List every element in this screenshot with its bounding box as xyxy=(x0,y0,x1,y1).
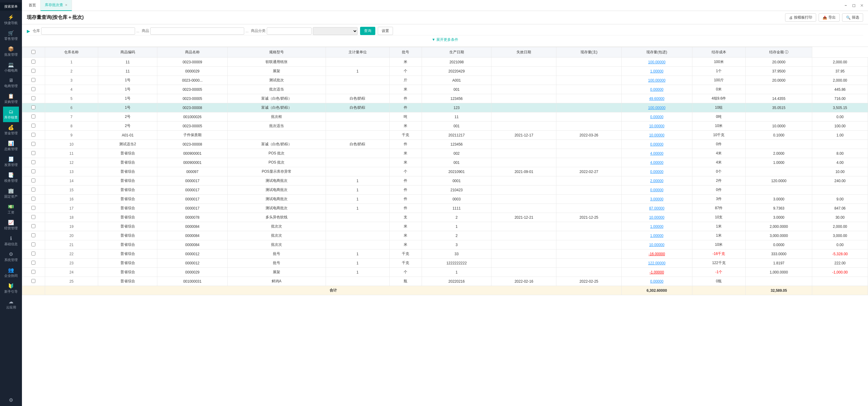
sidebar-item-retail[interactable]: 🛒零售管理 xyxy=(3,28,19,43)
row-qty-main[interactable]: 0.00000 xyxy=(621,277,692,286)
row-checkbox[interactable] xyxy=(22,131,45,140)
sidebar-item-ops[interactable]: 📈经营管理 xyxy=(3,217,19,233)
qty-link[interactable]: 1.00000 xyxy=(650,234,663,238)
row-qty-main[interactable]: 10.00000 xyxy=(621,131,692,140)
sidebar-item-payroll[interactable]: 💵工资 xyxy=(3,201,19,217)
print-btn[interactable]: 🖨 按模板打印 xyxy=(785,13,816,22)
row-checkbox[interactable] xyxy=(22,231,45,240)
sidebar-item-invoice[interactable]: 🧾发票管理 xyxy=(3,154,19,170)
qty-link[interactable]: 10.00000 xyxy=(649,133,664,137)
sidebar-item-fixed-asset[interactable]: 🏢固定资产 xyxy=(3,185,19,201)
sidebar-item-tax[interactable]: 📑税务管理 xyxy=(3,170,19,185)
sidebar-item-sys[interactable]: ⚙系统管理 xyxy=(3,249,19,265)
qty-link[interactable]: 0.00000 xyxy=(650,142,663,146)
row-qty-main[interactable]: -1.00000 xyxy=(621,268,692,277)
qty-link[interactable]: 0.00000 xyxy=(650,279,663,283)
tab-close-icon[interactable]: ✕ xyxy=(65,3,67,7)
row-checkbox[interactable] xyxy=(22,167,45,176)
row-qty-main[interactable]: 0.00000 xyxy=(621,112,692,122)
sidebar-item-ecom[interactable]: 🖥电商管理 xyxy=(3,75,19,91)
row-checkbox[interactable] xyxy=(22,213,45,222)
row-qty-main[interactable]: 87.00000 xyxy=(621,204,692,213)
qty-link[interactable]: 87.00000 xyxy=(649,206,664,210)
product-dots[interactable]: ... xyxy=(245,29,248,33)
filter-btn[interactable]: 🔍 筛选 xyxy=(842,13,863,22)
row-checkbox[interactable] xyxy=(22,76,45,85)
row-checkbox[interactable] xyxy=(22,222,45,231)
row-checkbox[interactable] xyxy=(22,140,45,149)
expand-more-btn[interactable]: ▼ 展开更多条件 xyxy=(432,37,458,42)
qty-link[interactable]: 0.00000 xyxy=(650,188,663,192)
window-min-btn[interactable]: － xyxy=(842,2,850,9)
row-checkbox[interactable] xyxy=(22,240,45,249)
sidebar-item-new-guide[interactable]: 🔰新手引导 xyxy=(3,280,19,296)
row-checkbox[interactable] xyxy=(22,85,45,94)
sidebar-search[interactable]: 搜索菜单 xyxy=(0,2,22,11)
qty-link[interactable]: 122.00000 xyxy=(648,261,665,265)
sidebar-item-basic-info[interactable]: ℹ基础信息 xyxy=(3,233,19,249)
row-checkbox[interactable] xyxy=(22,277,45,286)
row-checkbox[interactable] xyxy=(22,249,45,259)
warehouse-input[interactable] xyxy=(41,27,135,35)
warehouse-dots[interactable]: ... xyxy=(136,29,139,33)
filter-toggle-icon[interactable]: ▶ xyxy=(27,29,30,34)
row-qty-main[interactable]: 100.00000 xyxy=(621,58,692,67)
tab-库存批次查[interactable]: 库存批次查✕ xyxy=(40,0,72,11)
row-checkbox[interactable] xyxy=(22,112,45,122)
row-qty-main[interactable]: 100.00000 xyxy=(621,103,692,112)
row-checkbox[interactable] xyxy=(22,158,45,167)
tab-首页[interactable]: 首页 xyxy=(24,0,40,11)
qty-link[interactable]: 10.00000 xyxy=(649,215,664,219)
product-input[interactable] xyxy=(150,27,244,35)
row-qty-main[interactable]: 0.00000 xyxy=(621,167,692,176)
row-checkbox[interactable] xyxy=(22,58,45,67)
window-max-btn[interactable]: □ xyxy=(851,2,857,8)
row-checkbox[interactable] xyxy=(22,185,45,195)
row-checkbox[interactable] xyxy=(22,122,45,131)
qty-link[interactable]: -1.00000 xyxy=(650,270,664,274)
row-qty-main[interactable]: 0.00000 xyxy=(621,185,692,195)
qty-link[interactable]: 2.00000 xyxy=(650,179,663,183)
row-checkbox[interactable] xyxy=(22,67,45,76)
window-close-btn[interactable]: ✕ xyxy=(858,2,866,8)
row-qty-main[interactable]: 10.00000 xyxy=(621,213,692,222)
row-qty-main[interactable]: 1.00000 xyxy=(621,222,692,231)
qty-link[interactable]: -16.00000 xyxy=(649,252,665,256)
sidebar-item-finance[interactable]: 💰资金管理 xyxy=(3,122,19,138)
export-btn[interactable]: 📤 导出 xyxy=(818,13,840,22)
qty-link[interactable]: 4.00000 xyxy=(650,161,663,165)
row-qty-main[interactable]: 49.60000 xyxy=(621,94,692,103)
row-checkbox[interactable] xyxy=(22,259,45,268)
qty-link[interactable]: 49.60000 xyxy=(649,97,664,101)
select-all-checkbox[interactable] xyxy=(31,50,35,54)
sidebar-item-quick-nav[interactable]: ⚡快捷导航 xyxy=(3,12,19,28)
qty-link[interactable]: 10.00000 xyxy=(649,243,664,247)
sidebar-item-collab[interactable]: 👥企业协同 xyxy=(3,265,19,280)
qty-link[interactable]: 0.00000 xyxy=(650,170,663,174)
category-select[interactable] xyxy=(313,27,358,35)
qty-link[interactable]: 3.00000 xyxy=(650,197,663,201)
qty-link[interactable]: 100.00000 xyxy=(648,60,665,64)
qty-link[interactable]: 10.00000 xyxy=(649,124,664,128)
row-qty-main[interactable]: 3.00000 xyxy=(621,195,692,204)
sidebar-settings-icon[interactable]: ⚙ xyxy=(0,394,22,406)
row-qty-main[interactable]: 2.00000 xyxy=(621,176,692,185)
qty-link[interactable]: 0.00000 xyxy=(650,115,663,119)
qty-link[interactable]: 1.00000 xyxy=(650,225,663,229)
sidebar-item-purchase[interactable]: 📋采购管理 xyxy=(3,91,19,107)
row-checkbox[interactable] xyxy=(22,94,45,103)
qty-link[interactable]: 100.00000 xyxy=(648,78,665,82)
row-checkbox[interactable] xyxy=(22,176,45,185)
qty-link[interactable]: 0.00000 xyxy=(650,88,663,92)
row-qty-main[interactable]: -16.00000 xyxy=(621,249,692,259)
row-qty-main[interactable]: 100.00000 xyxy=(621,76,692,85)
sidebar-item-wholesale[interactable]: 📦批发管理 xyxy=(3,43,19,59)
qty-link[interactable]: 1.00000 xyxy=(650,69,663,73)
row-qty-main[interactable]: 1.00000 xyxy=(621,231,692,240)
sidebar-item-inventory[interactable]: 🗂库存核查 xyxy=(3,107,19,122)
row-qty-main[interactable]: 122.00000 xyxy=(621,259,692,268)
settings-btn[interactable]: 设置 xyxy=(378,27,393,35)
sidebar-item-cloud[interactable]: ☁云应用 xyxy=(3,296,19,312)
row-qty-main[interactable]: 4.00000 xyxy=(621,149,692,158)
row-checkbox[interactable] xyxy=(22,103,45,112)
